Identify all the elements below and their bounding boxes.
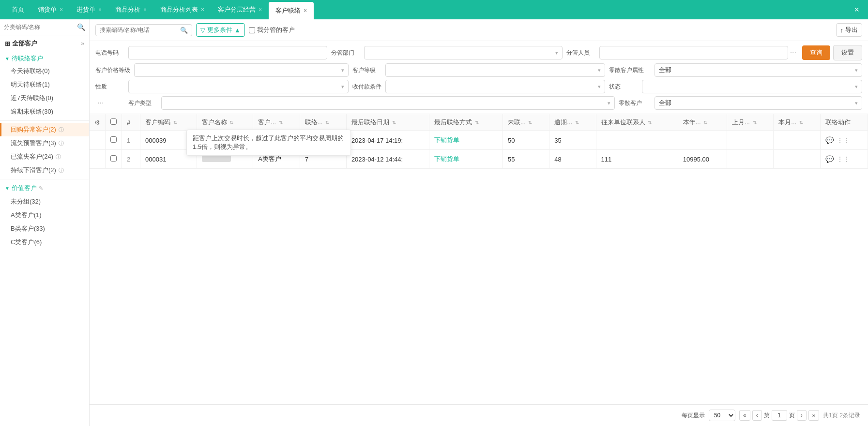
sidebar-item-repurchase-abnormal[interactable]: 回购异常客户(2) ⓘ	[0, 123, 89, 136]
page-number-input[interactable]	[772, 410, 787, 421]
main-search-input[interactable]	[100, 27, 180, 33]
settings-button[interactable]: 设置	[833, 45, 862, 60]
row1-last-method-link[interactable]: 下销货单	[434, 136, 459, 144]
sidebar-item-today-contact[interactable]: 今天待联络(0)	[0, 64, 89, 78]
th-contact[interactable]: 联络... ⇅	[300, 114, 346, 131]
filter-manager-input[interactable]	[599, 46, 788, 59]
filter-price-level-select[interactable]: ▾	[134, 63, 349, 77]
nav-customer-segmentation[interactable]: 客户分层经营 ×	[211, 0, 269, 19]
sidebar-group-pending-contact[interactable]: ▼ 待联络客户	[0, 52, 89, 64]
close-product-analysis-icon[interactable]: ×	[143, 6, 147, 13]
sort-overdue-icon[interactable]: ⇅	[575, 120, 579, 125]
th-last-contact-method[interactable]: 最后联络方式 ⇅	[429, 114, 503, 131]
export-button[interactable]: ↑ 导出	[836, 23, 863, 37]
prev-page-button[interactable]: ‹	[752, 410, 762, 421]
close-customer-contact-icon[interactable]: ×	[304, 7, 307, 14]
sidebar-value-customer-group[interactable]: ▼ 价值客户 ✎	[0, 181, 89, 195]
filter-customer-type-select[interactable]: ▾	[161, 96, 615, 110]
query-button[interactable]: 查询	[802, 45, 830, 60]
main-search-icon[interactable]: 🔍	[180, 27, 188, 34]
sidebar-item-a-class[interactable]: A类客户(1)	[0, 208, 89, 222]
sidebar-item-7day-contact[interactable]: 近7天待联络(0)	[0, 91, 89, 105]
nav-home[interactable]: 首页	[5, 0, 31, 19]
nav-customer-contact[interactable]: 客户联络 ×	[269, 2, 314, 19]
sort-code-icon[interactable]: ⇅	[173, 120, 177, 125]
sort-this-year-icon[interactable]: ⇅	[703, 120, 707, 125]
filter-nature-select[interactable]: ▾	[128, 80, 349, 93]
filter-customer-level-select[interactable]: ▾	[385, 63, 606, 77]
th-unread[interactable]: 未联... ⇅	[503, 114, 549, 131]
row2-last-method-link[interactable]: 下销货单	[434, 155, 459, 162]
more-conditions-button[interactable]: ▽ 更多条件 ▲	[196, 23, 245, 37]
filter-scatter-attr-select[interactable]: 全部 ▾	[655, 63, 862, 77]
sidebar-item-b-class[interactable]: B类客户(33)	[0, 222, 89, 235]
th-category[interactable]: 客户... ⇅	[253, 114, 300, 131]
filter-scatter-customer-select[interactable]: 全部 ▾	[655, 96, 862, 110]
th-this-year[interactable]: 本年... ⇅	[678, 114, 727, 131]
th-last-month[interactable]: 上月... ⇅	[727, 114, 774, 131]
row2-checkbox[interactable]	[106, 150, 122, 169]
sort-unread-icon[interactable]: ⇅	[528, 120, 532, 125]
first-page-button[interactable]: «	[739, 410, 750, 421]
sidebar-item-declining[interactable]: 持续下滑客户(2) ⓘ	[0, 163, 89, 177]
per-page-select[interactable]: 50 20 100	[709, 410, 735, 421]
sort-this-month-icon[interactable]: ⇅	[799, 120, 803, 125]
th-last-contact-date[interactable]: 最后联络日期 ⇅	[346, 114, 429, 131]
nav-product-analysis[interactable]: 商品分析 ×	[108, 0, 153, 19]
sort-category-icon[interactable]: ⇅	[279, 120, 283, 125]
sidebar-item-churn-warning[interactable]: 流失预警客户(3) ⓘ	[0, 136, 89, 150]
row2-message-icon[interactable]: 💬	[825, 155, 834, 163]
row1-last-method[interactable]: 下销货单	[429, 131, 503, 150]
sort-last-month-icon[interactable]: ⇅	[753, 120, 757, 125]
sidebar-search-box[interactable]: 🔍	[0, 19, 89, 35]
row1-message-icon[interactable]: 💬	[825, 136, 834, 144]
close-customer-segmentation-icon[interactable]: ×	[259, 6, 262, 13]
sidebar-search-input[interactable]	[4, 24, 77, 30]
sidebar-item-overdue-contact[interactable]: 逾期未联络(30)	[0, 105, 89, 118]
row1-select-checkbox[interactable]	[110, 136, 117, 143]
th-settings[interactable]: ⚙	[90, 114, 106, 131]
next-page-button[interactable]: ›	[797, 410, 807, 421]
edit-value-group-icon[interactable]: ✎	[39, 185, 43, 191]
sort-name-icon[interactable]: ⇅	[229, 120, 233, 125]
sidebar-item-tomorrow-contact[interactable]: 明天待联络(1)	[0, 78, 89, 91]
sort-last-date-icon[interactable]: ⇅	[392, 120, 396, 125]
filter-payment-select[interactable]: ▾	[385, 80, 606, 93]
sort-last-method-icon[interactable]: ⇅	[475, 120, 479, 125]
sidebar-all-customers[interactable]: ⊞ 全部客户 »	[0, 35, 89, 52]
filter-dept-select[interactable]: ▾	[364, 46, 563, 59]
sidebar-item-churned[interactable]: 已流失客户(24) ⓘ	[0, 150, 89, 163]
th-this-month[interactable]: 本月... ⇅	[774, 114, 820, 131]
sidebar-item-c-class[interactable]: C类客户(6)	[0, 235, 89, 249]
row2-last-method[interactable]: 下销货单	[429, 150, 503, 169]
row1-checkbox[interactable]	[106, 131, 122, 150]
my-customers-checkbox-label[interactable]: 我分管的客户	[249, 26, 295, 34]
nav-sales-order[interactable]: 销货单 ×	[31, 0, 70, 19]
select-all-checkbox[interactable]	[110, 118, 117, 125]
row1-more-icon[interactable]: ⋮⋮	[837, 136, 850, 144]
nav-product-analysis-list[interactable]: 商品分析列表 ×	[153, 0, 211, 19]
sidebar-search-icon[interactable]: 🔍	[77, 23, 85, 31]
sidebar-collapse-icon[interactable]: »	[81, 40, 84, 47]
row2-select-checkbox[interactable]	[110, 155, 117, 162]
sort-contact-icon[interactable]: ⇅	[325, 120, 329, 125]
th-checkbox[interactable]	[106, 114, 122, 131]
th-overdue[interactable]: 逾期... ⇅	[549, 114, 596, 131]
window-close-button[interactable]: ×	[850, 5, 863, 15]
close-product-analysis-list-icon[interactable]: ×	[201, 6, 204, 13]
th-name[interactable]: 客户名称 ⇅	[197, 114, 253, 131]
sidebar-item-ungrouped[interactable]: 未分组(32)	[0, 195, 89, 208]
close-sales-order-icon[interactable]: ×	[60, 6, 63, 13]
filter-dots-icon[interactable]: ···	[788, 48, 798, 57]
th-code[interactable]: 客户编码 ⇅	[140, 114, 197, 131]
close-purchase-order-icon[interactable]: ×	[98, 6, 102, 13]
sort-unit-contact-icon[interactable]: ⇅	[648, 120, 652, 125]
th-unit-contact[interactable]: 往来单位联系人 ⇅	[596, 114, 678, 131]
row2-more-icon[interactable]: ⋮⋮	[837, 155, 850, 163]
filter-row4-dots[interactable]: ···	[95, 99, 106, 107]
main-search-box[interactable]: 🔍	[95, 24, 192, 36]
nav-purchase-order[interactable]: 进货单 ×	[70, 0, 108, 19]
filter-phone-input[interactable]	[128, 46, 327, 59]
my-customers-checkbox[interactable]	[249, 27, 255, 33]
last-page-button[interactable]: »	[808, 410, 820, 421]
